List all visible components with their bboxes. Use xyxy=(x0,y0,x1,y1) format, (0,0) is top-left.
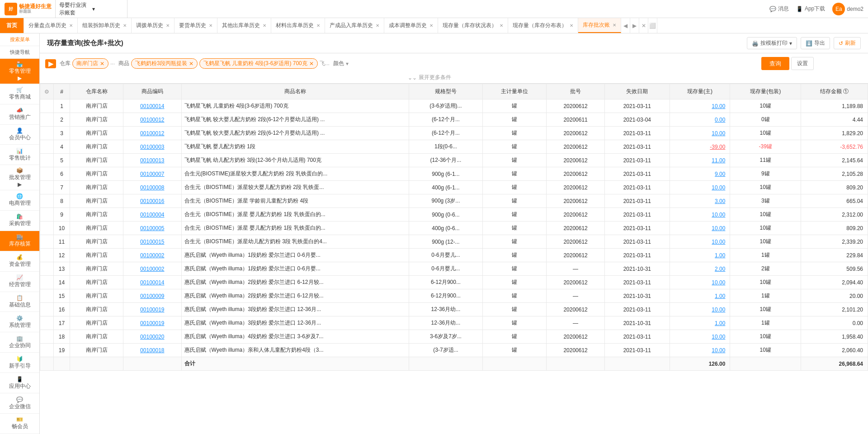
sidebar-item-ecommerce[interactable]: 🌐 电商管理 xyxy=(0,190,39,211)
cell-code[interactable]: 00100003 xyxy=(123,140,182,154)
tab-stockDist[interactable]: 现存量（库存分布表）✕ xyxy=(508,18,578,33)
cell-code[interactable]: 00100020 xyxy=(123,330,182,344)
cell-stockMain[interactable]: 10.00 xyxy=(670,127,730,140)
message-button[interactable]: 💬 消息 xyxy=(769,5,789,13)
cell-code[interactable]: 00100002 xyxy=(123,249,182,262)
close-tab-productIn[interactable]: ✕ xyxy=(376,23,379,28)
cell-code[interactable]: 00100002 xyxy=(123,262,182,276)
cell-code[interactable]: 00100019 xyxy=(123,316,182,330)
sidebar-item-member[interactable]: 👤 会员中心 xyxy=(0,125,39,145)
nav-maximize[interactable]: ⬜ xyxy=(648,18,657,33)
tab-materialOut[interactable]: 材料出库单历史 ✕ xyxy=(271,18,325,33)
close-tab-stockDist[interactable]: ✕ xyxy=(570,23,573,28)
cell-stockMain[interactable]: 10.00 xyxy=(670,99,730,113)
remove-product-tag-1[interactable]: ✕ xyxy=(189,61,193,67)
close-tab-batchLedger[interactable]: ✕ xyxy=(613,23,616,28)
sidebar-item-purchase[interactable]: 🛍️ 采购管理 xyxy=(0,211,39,231)
cell-code[interactable]: 00100005 xyxy=(123,222,182,235)
cell-stockMain[interactable]: 10.00 xyxy=(670,330,730,344)
close-tab-mixOrder[interactable]: ✕ xyxy=(166,23,170,28)
cell-stockMain[interactable]: 10.00 xyxy=(670,181,730,194)
cell-code[interactable]: 00100004 xyxy=(123,208,182,222)
filter-expand-button[interactable]: ▶ xyxy=(45,59,56,68)
cell-stockMain[interactable]: 10.00 xyxy=(670,344,730,357)
cell-code[interactable]: 00100013 xyxy=(123,154,182,167)
cell-stockMain[interactable]: 1.00 xyxy=(670,316,730,330)
cell-stockMain[interactable]: 1.00 xyxy=(670,249,730,262)
expand-more-button[interactable]: ⌄⌄ 展开更多条件 xyxy=(45,72,814,83)
warehouse-more[interactable]: ··· xyxy=(110,61,115,67)
cell-stockMain[interactable]: 10.00 xyxy=(670,235,730,249)
cell-code[interactable]: 00100016 xyxy=(123,194,182,208)
industry-selector[interactable]: 母婴行业演示账套 ▾ xyxy=(55,0,127,19)
cell-stockMain[interactable]: 9.00 xyxy=(670,167,730,181)
cell-code[interactable]: 00100015 xyxy=(123,235,182,249)
sidebar-quick-nav[interactable]: 快捷导航 xyxy=(0,46,39,59)
search-button[interactable]: 查询 xyxy=(761,57,789,70)
close-tab-costAdj[interactable]: ✕ xyxy=(429,23,433,28)
tab-batchLedger[interactable]: 库存批次账 ✕ xyxy=(578,18,621,33)
tab-splitStock[interactable]: 分量盘点单历史 ✕ xyxy=(24,18,78,33)
tab-costAdj[interactable]: 成本调整单历史 ✕ xyxy=(384,18,438,33)
remove-warehouse-tag[interactable]: ✕ xyxy=(100,61,104,67)
sidebar-item-wholesale[interactable]: 📦 批发管理 ▶ xyxy=(0,165,39,190)
cell-code[interactable]: 00100014 xyxy=(123,99,182,113)
export-button[interactable]: ⬇️ 导出 xyxy=(801,37,830,49)
warehouse-filter-tag[interactable]: 南岸门店 ✕ xyxy=(72,58,108,69)
close-tab-otherOut[interactable]: ✕ xyxy=(263,23,266,28)
sidebar-item-operation[interactable]: 📈 经营管理 xyxy=(0,272,39,292)
cell-code[interactable]: 00100014 xyxy=(123,276,182,289)
template-print-button[interactable]: 🖨️ 按模板打印 ▾ xyxy=(747,37,797,49)
nav-close-all[interactable]: ✕ xyxy=(639,18,648,33)
cell-stockMain[interactable]: 10.00 xyxy=(670,222,730,235)
cell-stockMain[interactable]: 11.00 xyxy=(670,154,730,167)
sidebar-item-enterprise[interactable]: 🏢 企业协同 xyxy=(0,332,39,353)
nav-next-arrow[interactable]: ▶ xyxy=(630,18,639,33)
product-filter-tag-1[interactable]: 飞鹤奶粉3段丙瓶提装 ✕ xyxy=(131,58,198,69)
color-filter-chevron[interactable]: ▾ xyxy=(346,61,349,67)
tab-requireOrder[interactable]: 要货单历史 ✕ xyxy=(175,18,217,33)
sidebar-item-retail-shop[interactable]: 🛒 零售商城 xyxy=(0,84,39,104)
close-tab-requireOrder[interactable]: ✕ xyxy=(209,23,212,28)
sidebar-item-stock[interactable]: 🏬 库存核算 xyxy=(0,231,39,251)
sidebar-item-member-card[interactable]: 🎫 畅会员 xyxy=(0,414,39,434)
refresh-button[interactable]: ↺ 刷新 xyxy=(834,37,861,49)
sidebar-item-retail-mgmt[interactable]: 🏪 零售管理 ▶ xyxy=(0,59,39,84)
sidebar-item-basic-info[interactable]: 📋 基础信息 xyxy=(0,292,39,312)
cell-stockMain[interactable]: 0.00 xyxy=(670,113,730,127)
sidebar-item-system[interactable]: ⚙️ 系统管理 xyxy=(0,312,39,332)
cell-stockMain[interactable]: 3.00 xyxy=(670,194,730,208)
tab-stockStatus[interactable]: 现存量（库存状况表）✕ xyxy=(438,18,508,33)
close-tab-materialOut[interactable]: ✕ xyxy=(316,23,320,28)
sidebar-item-finance[interactable]: 💰 资金管理 xyxy=(0,251,39,272)
tab-mixOrder[interactable]: 调拨单历史 ✕ xyxy=(132,18,175,33)
setting-button[interactable]: 设置 xyxy=(791,57,814,70)
sidebar-item-marketing[interactable]: 📣 营销推广 xyxy=(0,104,39,125)
close-tab-stockStatus[interactable]: ✕ xyxy=(500,23,503,28)
cell-stockMain[interactable]: 10.00 xyxy=(670,208,730,222)
close-tab-splitStock[interactable]: ✕ xyxy=(69,23,73,28)
sidebar-item-enterprise-wechat[interactable]: 💬 企业微信 xyxy=(0,393,39,414)
sidebar-item-app-center[interactable]: 📱 应用中心 xyxy=(0,373,39,393)
tab-home[interactable]: 首页 xyxy=(0,18,24,33)
remove-product-tag-2[interactable]: ✕ xyxy=(309,61,314,67)
sidebar-search-label[interactable]: 搜索菜单 xyxy=(0,33,39,46)
cell-code[interactable]: 00100007 xyxy=(123,167,182,181)
tab-productIn[interactable]: 产成品入库单历史 ✕ xyxy=(325,18,384,33)
close-tab-disassemble[interactable]: ✕ xyxy=(123,23,127,28)
tab-otherOut[interactable]: 其他出库单历史 ✕ xyxy=(217,18,271,33)
cell-code[interactable]: 00100009 xyxy=(123,289,182,303)
cell-stockMain[interactable]: 10.00 xyxy=(670,303,730,316)
user-avatar[interactable]: Ea demo2 xyxy=(832,3,863,15)
nav-prev-arrow[interactable]: ◀ xyxy=(621,18,630,33)
cell-code[interactable]: 00100008 xyxy=(123,181,182,194)
cell-stockMain[interactable]: -39.00 xyxy=(670,140,730,154)
product-more[interactable]: 飞... xyxy=(320,60,330,67)
tab-disassemble[interactable]: 组装拆卸单历史 ✕ xyxy=(78,18,132,33)
cell-code[interactable]: 00100018 xyxy=(123,344,182,357)
cell-stockMain[interactable]: 2.00 xyxy=(670,262,730,276)
cell-stockMain[interactable]: 10.00 xyxy=(670,276,730,289)
col-settings[interactable]: ⚙ xyxy=(40,84,54,99)
cell-code[interactable]: 00100012 xyxy=(123,127,182,140)
cell-code[interactable]: 00100019 xyxy=(123,303,182,316)
